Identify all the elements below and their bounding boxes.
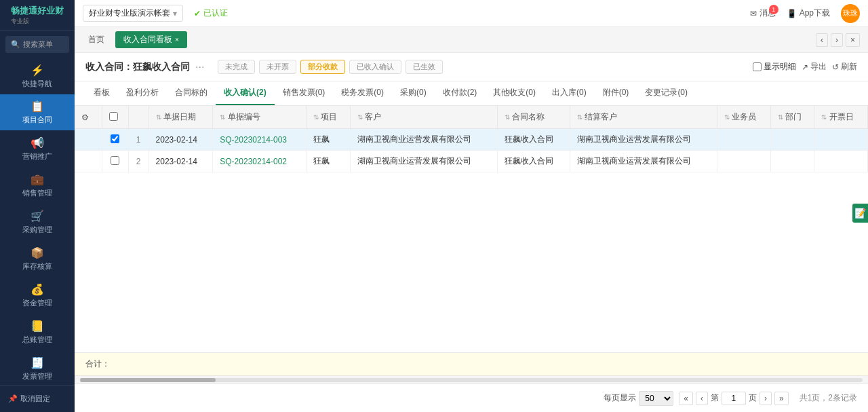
status-confirmed[interactable]: 已收入确认 xyxy=(349,60,401,74)
verified-text: 已认证 xyxy=(203,7,228,19)
th-salesperson[interactable]: ⇅ 业务员 xyxy=(717,106,771,129)
th-customer[interactable]: ⇅ 客户 xyxy=(350,106,497,129)
td-date: 2023-02-14 xyxy=(149,129,213,151)
search-menu-label: 搜索菜单 xyxy=(23,39,53,50)
th-settlement-customer[interactable]: ⇅ 结算客户 xyxy=(570,106,717,129)
tab-prev-button[interactable]: ‹ xyxy=(816,33,828,47)
app-download-button[interactable]: 📱 App下载 xyxy=(787,7,830,19)
sidebar-pin-toggle[interactable]: 📌 取消固定 xyxy=(5,391,69,407)
refresh-label: 刷新 xyxy=(841,61,857,73)
sidebar-item-sales[interactable]: 💼 销售管理 xyxy=(0,168,75,204)
table-body: 1 2023-02-14 SQ-20230214-003 狂飙 湖南卫视商业运营… xyxy=(75,129,868,172)
message-icon: ✉ xyxy=(750,9,757,18)
active-tab[interactable]: 收入合同看板 × xyxy=(115,31,187,48)
marketing-icon: 📢 xyxy=(31,136,44,149)
sidebar-item-label: 总账管理 xyxy=(22,335,52,345)
th-date[interactable]: ⇅ 单据日期 xyxy=(149,106,213,129)
row-checkbox[interactable] xyxy=(111,134,119,143)
td-project: 狂飙 xyxy=(306,129,350,151)
tab-next-button[interactable]: › xyxy=(831,33,843,47)
select-all-checkbox[interactable] xyxy=(109,112,118,121)
first-page-button[interactable]: « xyxy=(679,392,693,405)
doc-code-link[interactable]: SQ-20230214-003 xyxy=(220,135,287,145)
detail-checkbox-input[interactable] xyxy=(753,62,762,71)
th-settings[interactable]: ⚙ xyxy=(75,106,102,129)
export-button[interactable]: ↗ 导出 xyxy=(802,61,827,73)
tab-other-income[interactable]: 其他收支(0) xyxy=(485,81,544,105)
th-open-date[interactable]: ⇅ 开票日 xyxy=(814,106,868,129)
sort-icon: ⇅ xyxy=(357,113,363,121)
page-size-select[interactable]: 20 50 100 xyxy=(639,391,673,406)
doc-code-link[interactable]: SQ-20230214-002 xyxy=(220,157,287,166)
tab-change-log[interactable]: 变更记录(0) xyxy=(637,81,696,105)
message-button[interactable]: ✉ 1 消息 xyxy=(750,7,776,19)
sidebar-item-general-ledger[interactable]: 📒 总账管理 xyxy=(0,314,75,350)
sort-icon: ⇅ xyxy=(577,113,583,121)
invoice-icon: 🧾 xyxy=(31,356,44,369)
sub-tabs: 看板 盈利分析 合同标的 收入确认(2) 销售发票(0) 税务发票(0) 采购(… xyxy=(75,81,868,106)
show-detail-checkbox[interactable]: 显示明细 xyxy=(753,61,796,73)
td-num: 2 xyxy=(128,151,149,172)
more-options-button[interactable]: ··· xyxy=(195,61,204,73)
td-checkbox[interactable] xyxy=(102,129,128,151)
tab-tax-invoice[interactable]: 税务发票(0) xyxy=(333,81,392,105)
sort-icon: ⇅ xyxy=(778,113,783,121)
tab-payment[interactable]: 收付款(2) xyxy=(435,81,486,105)
td-checkbox[interactable] xyxy=(102,151,128,172)
status-incomplete[interactable]: 未完成 xyxy=(218,60,255,74)
app-logo-sub: 专业版 xyxy=(11,17,64,26)
table-header: ⚙ ⇅ 单据日期 ⇅ 单据编号 ⇅ 项目 ⇅ 客户 ⇅ 合同名称 ⇅ 结算客户 … xyxy=(75,106,868,129)
sidebar-item-invoice[interactable]: 🧾 发票管理 xyxy=(0,351,75,385)
status-partial[interactable]: 部分收款 xyxy=(300,60,345,74)
scrollbar-thumb[interactable] xyxy=(80,378,216,382)
page-label: 第 xyxy=(711,392,719,404)
home-tab[interactable]: 首页 xyxy=(83,31,110,48)
right-sidebar-note-button[interactable]: 📝 xyxy=(852,204,868,223)
td-code: SQ-20230214-002 xyxy=(213,151,307,172)
last-page-button[interactable]: » xyxy=(774,392,789,405)
tab-attachment[interactable]: 附件(0) xyxy=(595,81,637,105)
td-settlement-customer: 湖南卫视商业运营发展有限公司 xyxy=(570,151,717,172)
status-effective[interactable]: 已生效 xyxy=(406,60,443,74)
sidebar-item-funds[interactable]: 💰 资金管理 xyxy=(0,278,75,314)
horizontal-scrollbar[interactable] xyxy=(75,375,868,383)
tab-kanban[interactable]: 看板 xyxy=(85,81,118,105)
th-department[interactable]: ⇅ 部门 xyxy=(770,106,814,129)
company-selector[interactable]: 好业财专业版演示帐套 ▾ xyxy=(83,5,183,22)
table-row[interactable]: 1 2023-02-14 SQ-20230214-003 狂飙 湖南卫视商业运营… xyxy=(75,129,868,151)
user-avatar[interactable]: 珠珠 xyxy=(841,4,860,23)
th-checkbox[interactable] xyxy=(102,106,128,129)
tab-profit[interactable]: 盈利分析 xyxy=(118,81,167,105)
pin-icon: 📌 xyxy=(8,394,18,403)
next-page-button[interactable]: › xyxy=(760,392,772,405)
table-row[interactable]: 2 2023-02-14 SQ-20230214-002 狂飙 湖南卫视商业运营… xyxy=(75,151,868,172)
th-code[interactable]: ⇅ 单据编号 xyxy=(213,106,307,129)
row-checkbox[interactable] xyxy=(111,156,119,165)
tab-contract-standard[interactable]: 合同标的 xyxy=(167,81,216,105)
tab-purchase[interactable]: 采购(0) xyxy=(392,81,435,105)
refresh-button[interactable]: ↺ 刷新 xyxy=(832,61,857,73)
prev-page-button[interactable]: ‹ xyxy=(696,392,708,405)
tab-out-storage[interactable]: 出入库(0) xyxy=(544,81,595,105)
sidebar-item-inventory[interactable]: 📦 库存核算 xyxy=(0,241,75,277)
td-customer: 湖南卫视商业运营发展有限公司 xyxy=(350,129,497,151)
tab-revenue-confirm[interactable]: 收入确认(2) xyxy=(216,81,275,105)
export-icon: ↗ xyxy=(802,62,808,72)
search-menu-button[interactable]: 🔍 搜索菜单 xyxy=(5,36,69,53)
scrollbar-track[interactable] xyxy=(80,378,863,382)
sidebar-item-marketing[interactable]: 📢 营销推广 xyxy=(0,131,75,167)
tab-sales-invoice[interactable]: 销售发票(0) xyxy=(275,81,334,105)
sales-icon: 💼 xyxy=(31,173,44,186)
summary-row: 合计： xyxy=(75,352,868,375)
sidebar-item-purchase[interactable]: 🛒 采购管理 xyxy=(0,204,75,240)
th-project[interactable]: ⇅ 项目 xyxy=(306,106,350,129)
th-contract-name[interactable]: ⇅ 合同名称 xyxy=(497,106,570,129)
page-input[interactable] xyxy=(722,392,746,405)
sidebar-item-quick-nav[interactable]: ⚡ 快捷导航 xyxy=(0,58,75,94)
td-contract-name: 狂飙收入合同 xyxy=(497,129,570,151)
status-not-invoiced[interactable]: 未开票 xyxy=(259,60,296,74)
close-tab-button[interactable]: × xyxy=(175,36,179,43)
sidebar-item-project-contract[interactable]: 📋 项目合同 xyxy=(0,94,75,130)
tab-close-button[interactable]: × xyxy=(846,33,860,47)
td-settlement-customer: 湖南卫视商业运营发展有限公司 xyxy=(570,129,717,151)
